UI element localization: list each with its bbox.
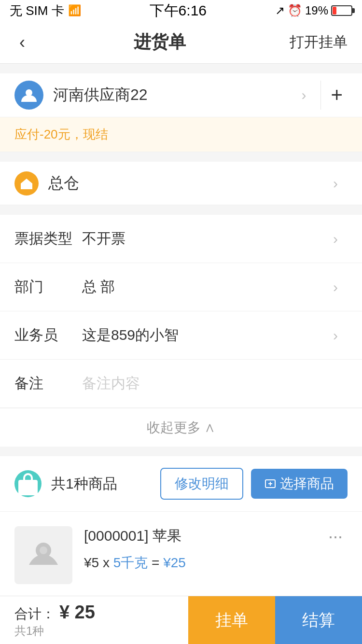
product-more-button[interactable]: ··· (323, 526, 348, 546)
add-supplier-button[interactable]: + (326, 79, 348, 112)
collapse-button[interactable]: 收起更多 ∧ (0, 408, 362, 447)
product-qty: 5千克 (113, 555, 148, 570)
invoice-row[interactable]: 票据类型 不开票 › (0, 215, 362, 263)
warehouse-icon (20, 177, 33, 190)
total-amount: ¥ 25 (59, 602, 95, 622)
notice-bar: 应付-20元，现结 (0, 117, 362, 152)
staff-chevron-icon: › (333, 327, 338, 344)
products-header: 共1种商品 修改明细 选择商品 (0, 456, 362, 512)
product-price: ¥5 x 5千克 = ¥25 (84, 554, 323, 572)
total-sub-label: 共1种 (14, 623, 174, 639)
total-label: 合计： (14, 606, 55, 621)
invoice-chevron-icon: › (333, 231, 338, 247)
form-section: 票据类型 不开票 › 部门 总 部 › 业务员 这是859的小智 › 备注 备注… (0, 215, 362, 447)
supplier-chevron-icon: › (301, 87, 306, 103)
invoice-value: 不开票 (82, 229, 333, 249)
section-gap-1 (0, 64, 362, 73)
warehouse-section: 总仓 › (0, 162, 362, 205)
battery-icon (331, 5, 352, 16)
location-icon: ↗ (275, 4, 285, 17)
warehouse-name: 总仓 (48, 173, 333, 194)
back-button[interactable]: ‹ (14, 28, 30, 57)
alarm-icon: ⏰ (288, 4, 302, 17)
section-gap-2 (0, 152, 362, 162)
status-time: 下午6:16 (150, 1, 207, 21)
product-info: [0000001] 苹果 ¥5 x 5千克 = ¥25 (84, 526, 323, 572)
remark-row[interactable]: 备注 备注内容 (0, 360, 362, 408)
nav-bar: ‹ 进货单 打开挂单 (0, 21, 362, 64)
svg-point-0 (26, 89, 32, 96)
product-thumbnail (14, 526, 72, 584)
product-code: [0000001] (84, 528, 153, 544)
warehouse-icon-circle (14, 171, 39, 196)
product-card: [0000001] 苹果 ¥5 x 5千克 = ¥25 ··· (0, 512, 362, 599)
supplier-avatar (14, 81, 43, 110)
section-gap-3 (0, 205, 362, 215)
open-pending-button[interactable]: 打开挂单 (290, 32, 348, 52)
dept-value: 总 部 (82, 277, 333, 297)
warehouse-chevron-icon: › (333, 175, 338, 192)
svg-rect-1 (24, 184, 26, 187)
status-right: ↗ ⏰ 19% (275, 4, 352, 17)
svg-rect-2 (27, 184, 29, 187)
page-title: 进货单 (134, 30, 186, 54)
product-name: [0000001] 苹果 (84, 526, 323, 546)
checkout-button[interactable]: 结算 (275, 596, 362, 644)
wifi-icon: 📶 (68, 4, 81, 17)
edit-detail-button[interactable]: 修改明细 (160, 468, 243, 500)
products-icon-circle (14, 470, 42, 497)
dept-label: 部门 (14, 277, 82, 297)
product-thumb-logo (24, 536, 63, 574)
bottom-bar: 合计： ¥ 25 共1种 挂单 结算 (0, 596, 362, 644)
staff-row[interactable]: 业务员 这是859的小智 › (0, 311, 362, 360)
total-area: 合计： ¥ 25 共1种 (0, 602, 188, 639)
svg-rect-3 (18, 480, 38, 495)
remark-placeholder: 备注内容 (82, 374, 348, 393)
warehouse-row[interactable]: 总仓 › (0, 162, 362, 205)
products-section: 共1种商品 修改明细 选择商品 [0000001] 苹果 (0, 456, 362, 599)
bag-icon (14, 470, 42, 497)
person-icon (20, 86, 38, 104)
svg-point-8 (40, 546, 47, 554)
remark-label: 备注 (14, 374, 82, 393)
supplier-section: 河南供应商22 › + (0, 73, 362, 117)
carrier-label: 无 SIM 卡 (10, 2, 64, 19)
product-equals: = (152, 555, 163, 570)
status-left: 无 SIM 卡 📶 (10, 2, 81, 19)
invoice-label: 票据类型 (14, 229, 82, 249)
products-count-label: 共1种商品 (51, 474, 160, 494)
product-unit-price: ¥5 x (84, 555, 113, 570)
supplier-row[interactable]: 河南供应商22 › (14, 73, 316, 117)
product-title: 苹果 (153, 528, 181, 544)
dept-row[interactable]: 部门 总 部 › (0, 263, 362, 311)
staff-label: 业务员 (14, 325, 82, 345)
supplier-name: 河南供应商22 (53, 84, 301, 106)
battery-percent: 19% (305, 4, 328, 17)
select-product-button[interactable]: 选择商品 (251, 469, 348, 499)
select-product-icon (265, 478, 276, 490)
select-product-label: 选择商品 (280, 475, 334, 493)
staff-value: 这是859的小智 (82, 325, 333, 345)
hang-order-button[interactable]: 挂单 (188, 596, 275, 644)
dept-chevron-icon: › (333, 279, 338, 295)
product-total: ¥25 (163, 555, 186, 570)
status-bar: 无 SIM 卡 📶 下午6:16 ↗ ⏰ 19% (0, 0, 362, 21)
vertical-divider (320, 81, 321, 110)
